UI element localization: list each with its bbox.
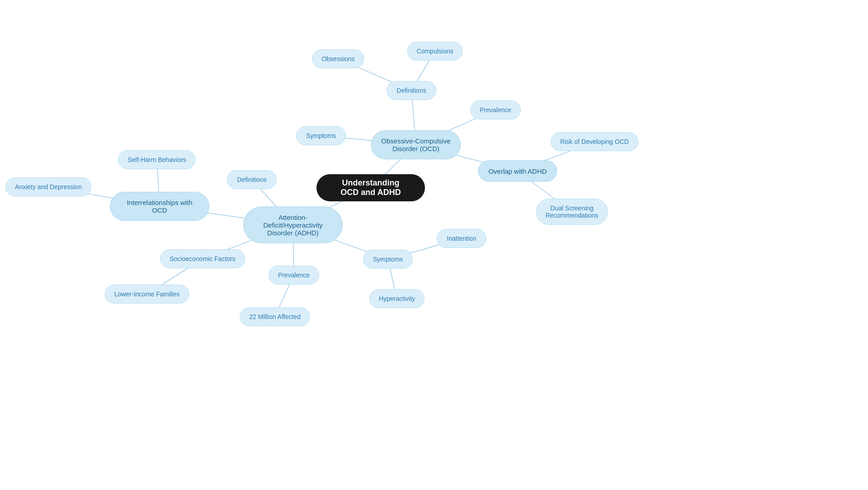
node-inattention[interactable]: Inattention xyxy=(437,229,486,248)
connections-svg xyxy=(0,0,868,490)
node-center[interactable]: Understanding OCD and ADHD xyxy=(316,174,425,201)
node-ocd_prevalence[interactable]: Prevalence xyxy=(470,100,521,119)
node-ocd[interactable]: Obsessive-Compulsive Disorder (OCD) xyxy=(371,130,461,159)
node-ocd_obsessions[interactable]: Obsessions xyxy=(312,49,364,68)
node-adhd_prevalence[interactable]: Prevalence xyxy=(269,266,319,285)
node-adhd_definitions[interactable]: Definitions xyxy=(227,170,277,189)
node-lower_income[interactable]: Lower-Income Families xyxy=(105,285,189,304)
node-socioeconomic[interactable]: Socioeconomic Factors xyxy=(160,249,245,268)
node-interrelationships[interactable]: Interrelationships with OCD xyxy=(110,192,209,221)
node-ocd_compulsions[interactable]: Compulsions xyxy=(407,42,463,61)
node-ocd_definitions[interactable]: Definitions xyxy=(387,81,436,100)
node-self_harm[interactable]: Self-Harm Behaviors xyxy=(118,150,195,169)
node-22million[interactable]: 22 Million Affected xyxy=(240,307,310,326)
node-anxiety_depression[interactable]: Anxiety and Depression xyxy=(5,177,91,196)
node-hyperactivity[interactable]: Hyperactivity xyxy=(369,289,425,308)
node-risk_ocd[interactable]: Risk of Developing OCD xyxy=(551,132,638,151)
node-dual_screening[interactable]: Dual Screening Recommendations xyxy=(536,199,608,225)
node-overlap[interactable]: Overlap with ADHD xyxy=(478,161,557,182)
node-adhd_symptoms[interactable]: Symptoms xyxy=(363,250,413,269)
node-ocd_symptoms[interactable]: Symptoms xyxy=(296,126,346,145)
mind-map-container: Understanding OCD and ADHDObsessive-Comp… xyxy=(0,0,868,490)
node-adhd[interactable]: Attention-Deficit/Hyperactivity Disorder… xyxy=(243,207,343,243)
